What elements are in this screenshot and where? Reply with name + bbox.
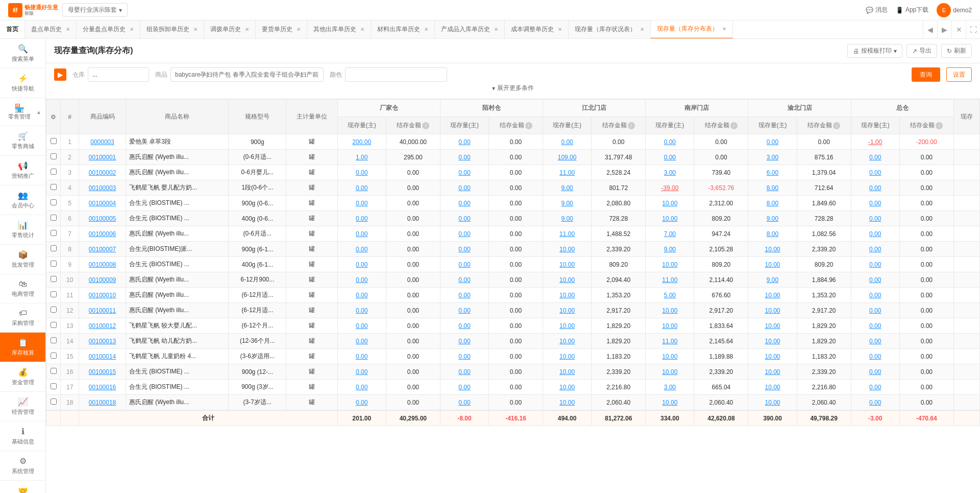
row-mucunco-qty[interactable]: 0.00 [440,165,488,180]
row-checkbox[interactable] [46,334,61,349]
info-icon-2[interactable]: i [525,122,532,129]
tab-next-button[interactable]: ▶ [937,20,951,39]
expand-conditions-btn[interactable]: ▾ 展开更多条件 [492,84,534,92]
row-changjiacao-qty[interactable]: 0.00 [337,318,386,334]
table-area[interactable]: ⚙ # 商品编码 商品名称 规格型号 主计量单位 厂家仓 陌村仓 江北门店 南岸… [46,99,980,493]
row-code[interactable]: 00100001 [79,150,126,165]
row-nanan-qty[interactable]: 3.00 [646,165,694,180]
row-nanan-qty[interactable]: 7.00 [646,226,694,242]
row-nanan-qty[interactable]: 10.00 [646,211,694,226]
row-code[interactable]: 00100012 [79,318,126,334]
sidebar-item-marketing[interactable]: 📢 营销推广 [0,156,45,185]
tab-close-2[interactable]: ✕ [130,27,134,32]
export-button[interactable]: ↗ 导出 [906,44,937,58]
sidebar-item-wholesale[interactable]: 📦 批发管理 [0,245,45,274]
row-total-qty[interactable]: 0.00 [851,318,899,334]
row-changjiacao-qty[interactable]: 0.00 [337,349,386,364]
row-changjiacao-qty[interactable]: 0.00 [337,211,386,226]
row-code[interactable]: 00100007 [79,242,126,257]
row-yubei-qty[interactable]: 10.00 [748,257,797,272]
row-total-qty[interactable]: 0.00 [851,272,899,288]
tab-close-all-button[interactable]: ✕ [951,20,966,39]
row-code[interactable]: 00100006 [79,226,126,242]
row-mucunco-qty[interactable]: 0.00 [440,211,488,226]
row-checkbox[interactable] [46,226,61,242]
row-changjiacao-qty[interactable]: 0.00 [337,288,386,303]
row-yubei-qty[interactable]: 10.00 [748,349,797,364]
row-code[interactable]: 00100015 [79,364,126,380]
tab-material-out[interactable]: 材料出库单历史 ✕ [371,20,435,39]
row-nanan-qty[interactable]: 10.00 [646,303,694,318]
row-checkbox[interactable] [46,349,61,364]
sidebar-item-member[interactable]: 👥 会员中心 [0,185,45,215]
tab-close-7[interactable]: ✕ [424,27,428,32]
tab-assembly[interactable]: 组装拆卸单历史 ✕ [140,20,204,39]
row-total-qty[interactable]: 0.00 [851,257,899,272]
row-code[interactable]: 00100009 [79,272,126,288]
row-jiangbei-qty[interactable]: 10.00 [543,272,592,288]
row-changjiacao-qty[interactable]: 0.00 [337,395,386,411]
tab-prev-button[interactable]: ◀ [923,20,937,39]
row-mucunco-qty[interactable]: 0.00 [440,134,488,150]
row-code[interactable]: 00100011 [79,303,126,318]
tab-stock-dist[interactable]: 现存量（库存分布表） ✕ [651,20,733,39]
row-changjiacao-qty[interactable]: 200.00 [337,134,386,150]
sidebar-item-ecommerce[interactable]: 🛍 电商管理 [0,274,45,303]
row-yubei-qty[interactable]: 8.00 [748,180,797,196]
row-changjiacao-qty[interactable]: 0.00 [337,364,386,380]
row-yubei-qty[interactable]: 8.00 [748,196,797,211]
row-code[interactable]: 00100014 [79,349,126,364]
tab-close-6[interactable]: ✕ [360,27,364,32]
row-jiangbei-qty[interactable]: 9.00 [543,196,592,211]
row-changjiacao-qty[interactable]: 0.00 [337,380,386,395]
tab-home[interactable]: 首页 [0,20,25,39]
row-checkbox[interactable] [46,196,61,211]
tab-transfer[interactable]: 调拨单历史 ✕ [204,20,256,39]
row-total-qty[interactable]: 0.00 [851,211,899,226]
tab-stock-status[interactable]: 现存量（库存状况表） ✕ [569,20,651,39]
row-code[interactable]: 00100008 [79,257,126,272]
row-code[interactable]: 00100005 [79,211,126,226]
row-checkbox[interactable] [46,318,61,334]
row-mucunco-qty[interactable]: 0.00 [440,334,488,349]
message-item[interactable]: 💬 消息 [866,6,888,14]
sidebar-item-basic[interactable]: ℹ 基础信息 [0,421,45,451]
row-jiangbei-qty[interactable]: 9.00 [543,211,592,226]
info-icon-6[interactable]: i [936,122,943,129]
row-code[interactable]: 00100018 [79,395,126,411]
refresh-button[interactable]: ↻ 刷新 [941,44,972,58]
row-total-qty[interactable]: 0.00 [851,288,899,303]
user-area[interactable]: E demo2 [937,3,972,17]
sidebar-item-finance[interactable]: 💰 资金管理 [0,362,45,392]
tab-close-5[interactable]: ✕ [297,27,301,32]
row-checkbox[interactable] [46,380,61,395]
row-mucunco-qty[interactable]: 0.00 [440,150,488,165]
row-yubei-qty[interactable]: 3.00 [748,150,797,165]
row-total-qty[interactable]: 0.00 [851,165,899,180]
tab-close-inventory-count[interactable]: ✕ [66,27,70,32]
tab-other-out[interactable]: 其他出库单历史 ✕ [307,20,371,39]
row-mucunco-qty[interactable]: 0.00 [440,318,488,334]
row-total-qty[interactable]: 0.00 [851,150,899,165]
row-total-qty[interactable]: 0.00 [851,334,899,349]
row-code[interactable]: 0000003 [79,134,126,150]
tab-inventory-count2[interactable]: 分量盘点单历史 ✕ [77,20,140,39]
filter-expand-btn[interactable]: ▶ [54,68,66,81]
row-mucunco-qty[interactable]: 0.00 [440,226,488,242]
tab-close-8[interactable]: ✕ [494,27,498,32]
row-mucunco-qty[interactable]: 0.00 [440,196,488,211]
tab-close-11[interactable]: ✕ [722,26,726,32]
tab-requisition[interactable]: 要货单历史 ✕ [256,20,307,39]
info-icon-5[interactable]: i [833,122,840,129]
tab-expand-button[interactable]: ⛶ [966,20,980,39]
row-yubei-qty[interactable]: 8.00 [748,226,797,242]
sidebar-item-retail[interactable]: 🏪 零售管理 ▲ [0,98,45,126]
row-code[interactable]: 00100002 [79,165,126,180]
row-nanan-qty[interactable]: 10.00 [646,364,694,380]
row-checkbox[interactable] [46,134,61,150]
row-yubei-qty[interactable]: 10.00 [748,288,797,303]
tab-close-4[interactable]: ✕ [245,27,249,32]
row-changjiacao-qty[interactable]: 0.00 [337,165,386,180]
row-changjiacao-qty[interactable]: 1.00 [337,150,386,165]
row-nanan-qty[interactable]: 5.00 [646,288,694,303]
